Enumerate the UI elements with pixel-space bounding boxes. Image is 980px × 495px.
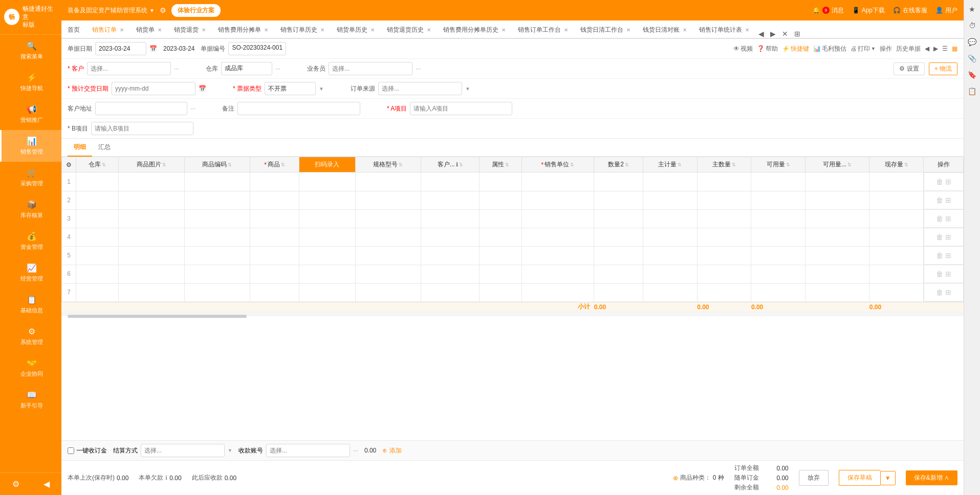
- column-settings-icon[interactable]: ⚙: [66, 161, 72, 168]
- row-attribute[interactable]: [479, 191, 521, 209]
- tab-home[interactable]: 首页: [61, 22, 86, 39]
- row-delete-icon[interactable]: 🗑: [936, 178, 943, 186]
- row-delete-icon[interactable]: 🗑: [936, 233, 943, 241]
- row-customer-code[interactable]: [421, 173, 480, 191]
- row-qty2[interactable]: [594, 209, 643, 228]
- row-delete-icon[interactable]: 🗑: [936, 270, 943, 278]
- right-icon-comment[interactable]: 💬: [965, 35, 979, 49]
- row-spec[interactable]: [355, 283, 421, 302]
- row-warehouse[interactable]: [76, 191, 119, 209]
- row-current-stock[interactable]: [869, 228, 924, 246]
- row-copy-icon[interactable]: ⊞: [945, 196, 951, 204]
- row-spec[interactable]: [355, 265, 421, 283]
- b-project-input[interactable]: [91, 122, 193, 135]
- row-qty2[interactable]: [594, 246, 643, 265]
- row-copy-icon[interactable]: ⊞: [945, 214, 951, 223]
- save-new-btn[interactable]: 保存&新增 ∧: [906, 470, 957, 485]
- row-product[interactable]: [250, 228, 299, 246]
- row-attribute[interactable]: [479, 246, 521, 265]
- nav-next-icon[interactable]: ▶: [933, 45, 938, 52]
- row-qty2[interactable]: [594, 228, 643, 246]
- sidebar-item-inventory[interactable]: 📦 库存核算: [0, 193, 61, 225]
- date-value[interactable]: 2023-03-24: [95, 42, 146, 55]
- online-service-area[interactable]: 🎧 在线客服: [893, 6, 927, 15]
- tab-close-cash-daily-workbench[interactable]: ✕: [626, 27, 630, 33]
- tab-nav-close[interactable]: ✕: [779, 30, 791, 38]
- row-delete-icon[interactable]: 🗑: [936, 251, 943, 260]
- tab-summary[interactable]: 汇总: [92, 139, 117, 157]
- grid-view-icon[interactable]: ☰: [942, 45, 948, 52]
- remark-input[interactable]: [237, 102, 360, 115]
- row-unit[interactable]: [521, 191, 594, 209]
- row-current-stock[interactable]: [869, 265, 924, 283]
- row-unit[interactable]: [521, 228, 594, 246]
- row-delete-icon[interactable]: 🗑: [936, 214, 943, 223]
- row-main-qty[interactable]: [697, 191, 751, 209]
- row-customer-code[interactable]: [421, 228, 480, 246]
- row-warehouse[interactable]: [76, 228, 119, 246]
- preview-action[interactable]: 📊 毛利预估: [813, 45, 846, 53]
- tab-detail[interactable]: 明细: [68, 139, 92, 157]
- tab-sales-fee-history[interactable]: 销售费用分摊单历史✕: [437, 22, 512, 39]
- row-available[interactable]: [751, 265, 805, 283]
- one-click-collect-input[interactable]: [68, 447, 74, 454]
- right-icon-attach[interactable]: 📎: [965, 51, 979, 66]
- notification-area[interactable]: 🔔 9 消息: [813, 6, 844, 15]
- tab-close-sales-refund[interactable]: ✕: [202, 27, 206, 33]
- tab-close-sales-return[interactable]: ✕: [158, 27, 162, 33]
- row-product-code[interactable]: [184, 265, 250, 283]
- tab-close-sales-return-history[interactable]: ✕: [371, 27, 375, 33]
- row-customer-code[interactable]: [421, 209, 480, 228]
- col-settings[interactable]: ⚙: [62, 157, 76, 173]
- sidebar-item-system[interactable]: ⚙ 系统管理: [0, 320, 61, 352]
- warehouse-value[interactable]: 成品库: [221, 62, 272, 75]
- row-unit[interactable]: [521, 265, 594, 283]
- order-source-input[interactable]: [378, 82, 462, 95]
- row-spec[interactable]: [355, 173, 421, 191]
- row-spec[interactable]: [355, 246, 421, 265]
- nav-prev-icon[interactable]: ◀: [925, 45, 929, 52]
- row-available2[interactable]: [805, 228, 869, 246]
- row-product-img[interactable]: [118, 246, 184, 265]
- order-source-dropdown-icon[interactable]: ▼: [465, 86, 470, 92]
- row-delete-icon[interactable]: 🗑: [936, 196, 943, 204]
- row-main-unit[interactable]: [643, 246, 697, 265]
- row-main-qty[interactable]: [697, 265, 751, 283]
- tab-close-sales-refund-history[interactable]: ✕: [427, 27, 431, 33]
- row-unit[interactable]: [521, 173, 594, 191]
- account-input[interactable]: [266, 444, 350, 457]
- row-product[interactable]: [250, 283, 299, 302]
- sidebar-item-marketing[interactable]: 📢 营销推广: [0, 98, 61, 130]
- row-attribute[interactable]: [479, 228, 521, 246]
- tab-close-sales-order-history[interactable]: ✕: [320, 27, 324, 33]
- invoice-type-value[interactable]: 不开票: [265, 82, 316, 95]
- add-btn[interactable]: ⊕ 添加: [382, 446, 401, 455]
- add-logistics-btn[interactable]: + 物流: [929, 62, 957, 75]
- row-available[interactable]: [751, 283, 805, 302]
- row-available2[interactable]: [805, 191, 869, 209]
- tab-nav-next[interactable]: ▶: [767, 30, 779, 38]
- account-more-icon[interactable]: ···: [353, 447, 358, 454]
- right-icon-action[interactable]: 📋: [965, 84, 979, 98]
- calendar2-icon[interactable]: 📅: [199, 85, 206, 92]
- tab-sales-order-stats[interactable]: 销售订单统计表✕: [693, 22, 755, 39]
- customer-input[interactable]: [87, 62, 171, 75]
- tab-nav-prev[interactable]: ◀: [755, 30, 767, 38]
- payment-dropdown-icon[interactable]: ▼: [228, 448, 232, 453]
- solution-btn[interactable]: 体验行业方案: [171, 4, 221, 17]
- row-available[interactable]: [751, 173, 805, 191]
- row-current-stock[interactable]: [869, 209, 924, 228]
- sidebar-item-search[interactable]: 🔍 搜索菜单: [0, 35, 61, 67]
- row-attribute[interactable]: [479, 283, 521, 302]
- tab-close-sales-fee-history[interactable]: ✕: [502, 27, 506, 33]
- row-current-stock[interactable]: [869, 246, 924, 265]
- row-main-qty[interactable]: [697, 173, 751, 191]
- row-qty2[interactable]: [594, 283, 643, 302]
- row-copy-icon[interactable]: ⊞: [945, 251, 951, 260]
- row-available[interactable]: [751, 209, 805, 228]
- tab-sales-refund[interactable]: 销货退货✕: [168, 22, 212, 39]
- row-product[interactable]: [250, 265, 299, 283]
- row-main-unit[interactable]: [643, 191, 697, 209]
- save-draft-dropdown-btn[interactable]: ▼: [880, 471, 896, 485]
- tab-sales-fee-split[interactable]: 销售费用分摊单✕: [212, 22, 274, 39]
